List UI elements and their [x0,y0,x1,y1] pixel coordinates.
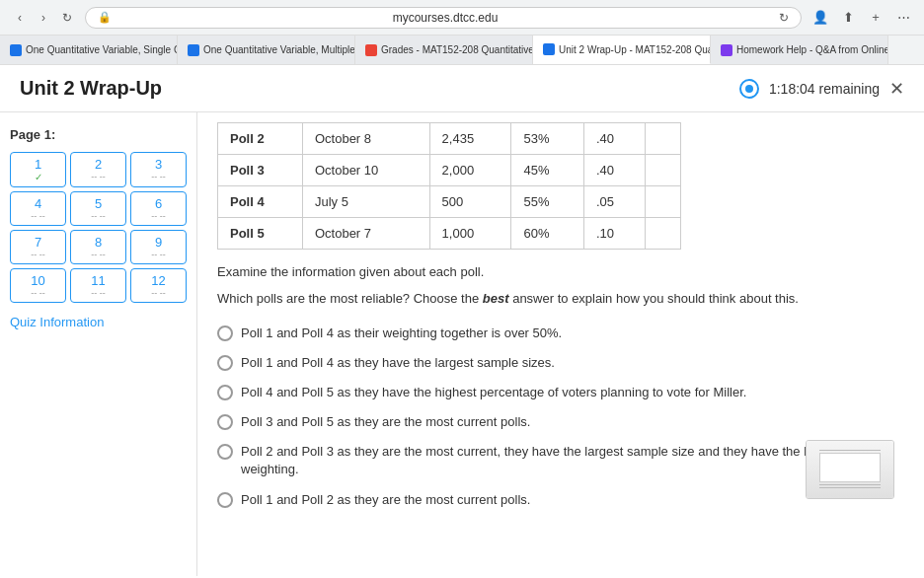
radio-option-3[interactable]: Poll 4 and Poll 5 as they have the highe… [217,384,904,401]
account-button[interactable]: 👤 [809,7,831,29]
poll-sample-2: 2,435 [429,123,511,155]
question-suffix: answer to explain how you should think a… [509,291,799,306]
radio-button-4[interactable] [217,414,233,430]
tab-single-group[interactable]: One Quantitative Variable, Single Group [0,36,178,64]
thumb-line-3 [819,487,881,488]
num-label-10: 10 [31,273,44,288]
tab-label-4: Unit 2 Wrap-Up - MAT152-208 Quantitati..… [559,44,711,55]
question-num-12[interactable]: 12 -- -- [130,268,187,303]
radio-label-2: Poll 1 and Poll 4 as they have the large… [241,354,555,372]
poll-sample-3: 2,000 [429,155,511,186]
num-status-4: -- -- [31,211,45,221]
question-num-7[interactable]: 7 -- -- [10,230,66,264]
radio-option-6[interactable]: Poll 1 and Poll 2 as they are the most c… [217,491,904,509]
question-num-5[interactable]: 5 -- -- [70,191,126,226]
tab-label-1: One Quantitative Variable, Single Group [26,44,178,55]
timer-text: 1:18:04 remaining [769,81,880,97]
poll-name-2: Poll 2 [218,123,303,155]
num-label-6: 6 [155,196,162,211]
radio-option-5[interactable]: Poll 2 and Poll 3 as they are the most c… [217,443,904,478]
tab-favicon-5 [721,44,732,56]
radio-button-1[interactable] [217,325,233,341]
timer-area: 1:18:04 remaining ✕ [739,78,904,100]
browser-actions: 👤 ⬆ + ⋯ [809,7,914,29]
poll-weight-3: .40 [583,155,645,186]
timer-icon [739,79,759,99]
browser-chrome: ‹ › ↻ 🔒 mycourses.dtcc.edu ↻ 👤 ⬆ + ⋯ [0,0,924,36]
num-label-12: 12 [151,273,165,288]
radio-label-6: Poll 1 and Poll 2 as they are the most c… [241,491,530,509]
thumb-line-2 [819,484,881,485]
page-thumbnail [806,440,894,499]
refresh-button[interactable]: ↻ [57,8,77,28]
page-title: Unit 2 Wrap-Up [20,77,162,100]
question-num-8[interactable]: 8 -- -- [70,230,126,264]
num-status-8: -- -- [91,250,106,259]
forward-button[interactable]: › [34,8,53,28]
sidebar: Page 1: 1 ✓ 2 -- -- 3 -- -- 4 -- -- 5 --… [0,112,197,576]
num-label-1: 1 [35,157,41,172]
num-label-11: 11 [91,273,105,288]
question-num-4[interactable]: 4 -- -- [10,191,66,226]
tab-favicon-3 [365,44,377,56]
tab-favicon-1 [10,44,22,56]
question-prefix: Which polls are the most reliable? Choos… [217,291,483,306]
number-grid: 1 ✓ 2 -- -- 3 -- -- 4 -- -- 5 -- -- 6 --… [10,152,187,303]
num-status-10: -- -- [31,288,45,298]
num-status-7: -- -- [31,250,45,259]
question-num-6[interactable]: 6 -- -- [130,191,187,226]
question-bold: best [483,291,509,306]
poll-extra-5 [645,218,680,250]
question-num-11[interactable]: 11 -- -- [70,268,126,303]
reload-icon: ↻ [779,11,789,25]
table-row: Poll 3 October 10 2,000 45% .40 [218,155,681,186]
quiz-info-link[interactable]: Quiz Information [10,315,187,329]
num-status-1: ✓ [35,172,42,182]
tab-wrapup[interactable]: Unit 2 Wrap-Up - MAT152-208 Quantitati..… [533,36,711,64]
question-num-10[interactable]: 10 -- -- [10,268,66,303]
tab-favicon-2 [188,44,199,56]
num-status-2: -- -- [91,172,106,181]
num-status-9: -- -- [151,250,166,259]
radio-button-5[interactable] [217,444,233,460]
more-button[interactable]: ⋯ [892,7,914,29]
poll-date-4: July 5 [302,186,429,218]
table-row: Poll 5 October 7 1,000 60% .10 [218,218,681,250]
poll-pct-2: 53% [511,123,583,155]
radio-label-1: Poll 1 and Poll 4 as their weighting tog… [241,325,562,342]
address-bar[interactable]: 🔒 mycourses.dtcc.edu ↻ [85,7,802,29]
num-status-5: -- -- [91,211,106,221]
tab-grades[interactable]: Grades - MAT152-208 Quantitative Reas... [355,36,533,64]
back-button[interactable]: ‹ [10,8,30,28]
new-tab-button[interactable]: + [865,7,886,29]
poll-date-2: October 8 [302,123,429,155]
radio-button-6[interactable] [217,492,233,508]
poll-extra-2 [645,123,680,155]
question-num-9[interactable]: 9 -- -- [130,230,187,264]
tab-homework[interactable]: Homework Help - Q&A from Online Tutor... [711,36,888,64]
tab-multiple-groups[interactable]: One Quantitative Variable, Multiple Grou… [178,36,355,64]
tabs-bar: One Quantitative Variable, Single Group … [0,36,924,65]
close-button[interactable]: ✕ [889,78,904,100]
lock-icon: 🔒 [98,11,112,24]
poll-extra-3 [645,155,680,186]
question-num-2[interactable]: 2 -- -- [70,152,126,187]
radio-option-1[interactable]: Poll 1 and Poll 4 as their weighting tog… [217,325,904,342]
radio-option-4[interactable]: Poll 3 and Poll 5 as they are the most c… [217,413,904,431]
radio-button-2[interactable] [217,355,233,371]
poll-date-5: October 7 [302,218,429,250]
poll-sample-4: 500 [429,186,511,218]
question-num-3[interactable]: 3 -- -- [130,152,187,187]
main-layout: Page 1: 1 ✓ 2 -- -- 3 -- -- 4 -- -- 5 --… [0,112,924,576]
poll-name-3: Poll 3 [218,155,303,186]
content-area: Poll 2 October 8 2,435 53% .40 Poll 3 Oc… [197,112,924,576]
radio-button-3[interactable] [217,385,233,400]
num-status-12: -- -- [151,288,166,298]
radio-option-2[interactable]: Poll 1 and Poll 4 as they have the large… [217,354,904,372]
question-num-1[interactable]: 1 ✓ [10,152,66,187]
num-label-2: 2 [95,157,102,172]
share-button[interactable]: ⬆ [837,7,859,29]
thumbnail-inner [807,441,893,498]
poll-weight-2: .40 [583,123,645,155]
num-status-11: -- -- [91,288,106,298]
